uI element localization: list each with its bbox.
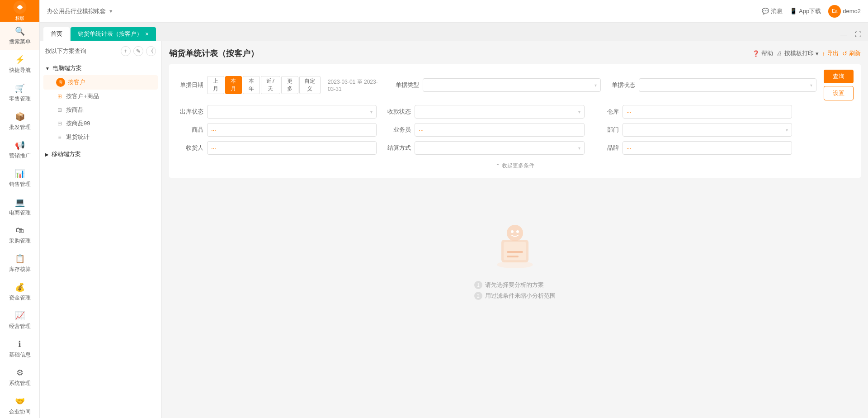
retail-icon: 🛒 bbox=[15, 83, 25, 93]
filter-area: 单据日期 上月 本月 本年 近7天 更多 自定义 2023-03-01 至 20… bbox=[169, 64, 861, 178]
purchase-icon: 🛍 bbox=[16, 226, 24, 235]
topbar: 办公用品行业模拟账套 ▾ 💬 消息 📱 App下载 Ea demo2 bbox=[40, 0, 868, 23]
edit-scheme-btn[interactable]: ✎ bbox=[133, 46, 143, 56]
svg-point-6 bbox=[516, 230, 519, 233]
sidebar: 标版 🔍 搜索菜单 ⚡ 快捷导航 🛒 零售管理 📦 批发管理 📢 营销推广 📊 … bbox=[0, 0, 40, 418]
settings-button[interactable]: 设置 bbox=[824, 86, 854, 100]
left-panel: 按以下方案查询 + ✎ 《 ▼ 电脑端方案 bbox=[40, 41, 162, 418]
date-filter-control: 上月 本月 本年 近7天 更多 自定义 2023-03-01 至 2023-03… bbox=[207, 76, 385, 94]
export-btn[interactable]: ↑ 导出 bbox=[822, 49, 839, 57]
filter-item-goods: 商品 ··· bbox=[176, 123, 377, 137]
goods-control[interactable]: ··· bbox=[207, 123, 377, 137]
tree-parent-mobile[interactable]: ▶ 移动端方案 bbox=[40, 147, 161, 161]
sidebar-item-operations[interactable]: 📈 经营管理 bbox=[0, 306, 39, 335]
help-btn[interactable]: ❓ 帮助 bbox=[752, 49, 773, 57]
sidebar-item-finance[interactable]: 💰 资金管理 bbox=[0, 278, 39, 306]
sidebar-item-wholesale[interactable]: 📦 批发管理 bbox=[0, 107, 39, 136]
sidebar-item-marketing[interactable]: 📢 营销推广 bbox=[0, 136, 39, 164]
tree-item-by-goods99[interactable]: ⊟ 按商品99 bbox=[40, 117, 161, 130]
industry-dropdown-icon[interactable]: ▾ bbox=[109, 8, 113, 14]
sidebar-item-label: 电商管理 bbox=[9, 209, 31, 217]
user-menu[interactable]: Ea demo2 bbox=[828, 5, 861, 18]
refresh-btn[interactable]: ↺ 刷新 bbox=[842, 49, 861, 57]
print-btn[interactable]: 🖨 按模板打印 ▾ bbox=[777, 49, 819, 57]
operations-icon: 📈 bbox=[15, 311, 25, 321]
system-icon: ⚙ bbox=[16, 368, 24, 378]
department-control[interactable]: ▾ bbox=[623, 123, 792, 137]
message-label: 消息 bbox=[771, 7, 783, 15]
tab-expand-btn[interactable]: ⛶ bbox=[852, 28, 864, 41]
tree-item-by-customer[interactable]: 客 按客户 bbox=[43, 75, 158, 90]
brand-control[interactable]: ··· bbox=[623, 141, 792, 155]
tree-item-customer-goods[interactable]: ⊞ 按客户+商品 bbox=[40, 90, 161, 103]
sidebar-item-purchase[interactable]: 🛍 采购管理 bbox=[0, 221, 39, 249]
message-btn[interactable]: 💬 消息 bbox=[762, 7, 783, 15]
out-status-control[interactable]: ▾ bbox=[207, 105, 377, 119]
tree-parent-desktop[interactable]: ▼ 电脑端方案 bbox=[40, 62, 161, 75]
query-button[interactable]: 查询 bbox=[824, 70, 854, 83]
collapse-panel-btn[interactable]: 《 bbox=[146, 46, 156, 56]
enterprise-icon: 🤝 bbox=[15, 396, 25, 406]
order-status-control[interactable]: ▾ bbox=[639, 78, 816, 92]
sidebar-item-retail[interactable]: 🛒 零售管理 bbox=[0, 79, 39, 107]
topbar-left: 办公用品行业模拟账套 ▾ bbox=[47, 7, 113, 15]
tab-home[interactable]: 首页 bbox=[43, 27, 70, 41]
sidebar-item-system[interactable]: ⚙ 系统管理 bbox=[0, 363, 39, 392]
tab-sales-report-label: 销货单统计表（按客户） bbox=[78, 30, 142, 38]
filter-item-receipt-status: 收款状态 ▾ bbox=[384, 105, 584, 119]
tree-collapsed-icon: ▶ bbox=[45, 152, 49, 157]
date-btn-more[interactable]: 更多 bbox=[281, 76, 298, 94]
empty-tip-2: 2 用过滤条件来缩小分析范围 bbox=[474, 292, 556, 300]
tab-icons: — ⛶ bbox=[837, 28, 864, 41]
brand-dots: ··· bbox=[627, 145, 632, 152]
order-status-label: 单据状态 bbox=[608, 81, 635, 89]
sidebar-item-label: 企业协同 bbox=[9, 408, 31, 416]
sidebar-item-inventory[interactable]: 📋 库存核算 bbox=[0, 249, 39, 278]
chevron-left-icon: 《 bbox=[148, 48, 154, 55]
filter-item-out-status: 出库状态 ▾ bbox=[176, 105, 377, 119]
warehouse-control[interactable]: ··· bbox=[623, 105, 792, 119]
sidebar-item-basic-info[interactable]: ℹ 基础信息 bbox=[0, 335, 39, 363]
date-btn-last-month[interactable]: 上月 bbox=[207, 76, 224, 94]
add-scheme-btn[interactable]: + bbox=[121, 46, 131, 56]
receiver-control[interactable]: ··· bbox=[207, 141, 377, 155]
help-icon: ❓ bbox=[752, 50, 760, 57]
collapse-btn[interactable]: ⌃ 收起更多条件 bbox=[176, 159, 854, 172]
date-btn-this-year[interactable]: 本年 bbox=[243, 76, 260, 94]
tree-item-returns[interactable]: ≡ 退货统计 bbox=[40, 130, 161, 144]
receiver-dots: ··· bbox=[211, 145, 216, 152]
salesperson-control[interactable]: ··· bbox=[415, 123, 584, 137]
refresh-label: 刷新 bbox=[849, 49, 861, 57]
action-buttons: 查询 设置 bbox=[824, 70, 854, 100]
tab-close-btn[interactable]: × bbox=[145, 31, 149, 37]
topbar-right: 💬 消息 📱 App下载 Ea demo2 bbox=[762, 5, 861, 18]
svg-point-5 bbox=[511, 230, 514, 233]
sidebar-item-enterprise[interactable]: 🤝 企业协同 bbox=[0, 392, 39, 418]
filter-item-order-status: 单据状态 ▾ bbox=[608, 78, 816, 92]
sidebar-item-search[interactable]: 🔍 搜索菜单 bbox=[0, 22, 39, 50]
sidebar-item-label: 资金管理 bbox=[9, 294, 31, 302]
receipt-status-control[interactable]: ▾ bbox=[415, 105, 584, 119]
tab-sales-report[interactable]: 销货单统计表（按客户） × bbox=[71, 27, 156, 41]
tip-text-1: 请先选择要分析的方案 bbox=[485, 281, 544, 289]
app-download-icon: 📱 bbox=[790, 8, 797, 14]
sidebar-item-sales[interactable]: 📊 销售管理 bbox=[0, 164, 39, 193]
goods-label: 商品 bbox=[176, 126, 203, 134]
table-icon: ⊟ bbox=[56, 106, 63, 114]
order-type-arrow: ▾ bbox=[594, 83, 597, 88]
app-download-btn[interactable]: 📱 App下载 bbox=[790, 7, 821, 15]
filter-item-date: 单据日期 上月 本月 本年 近7天 更多 自定义 2023-03-01 至 20… bbox=[176, 76, 385, 94]
tree-section-desktop: ▼ 电脑端方案 客 按客户 ⊞ 按客户+商品 ⊟ 按商品 ⊟ bbox=[40, 60, 161, 146]
date-btn-this-month[interactable]: 本月 bbox=[225, 76, 242, 94]
industry-selector-label: 办公用品行业模拟账套 bbox=[47, 7, 106, 15]
tree-item-by-goods[interactable]: ⊟ 按商品 bbox=[40, 103, 161, 117]
out-status-arrow: ▾ bbox=[370, 109, 373, 114]
order-type-control[interactable]: ▾ bbox=[423, 78, 600, 92]
empty-icon bbox=[488, 219, 542, 274]
date-btn-custom[interactable]: 自定义 bbox=[299, 76, 321, 94]
date-btn-7days[interactable]: 近7天 bbox=[261, 76, 280, 94]
sidebar-item-quick-nav[interactable]: ⚡ 快捷导航 bbox=[0, 50, 39, 79]
payment-control[interactable]: ▾ bbox=[415, 141, 584, 155]
tab-minimize-btn[interactable]: — bbox=[837, 28, 850, 41]
sidebar-item-ecommerce[interactable]: 💻 电商管理 bbox=[0, 193, 39, 221]
